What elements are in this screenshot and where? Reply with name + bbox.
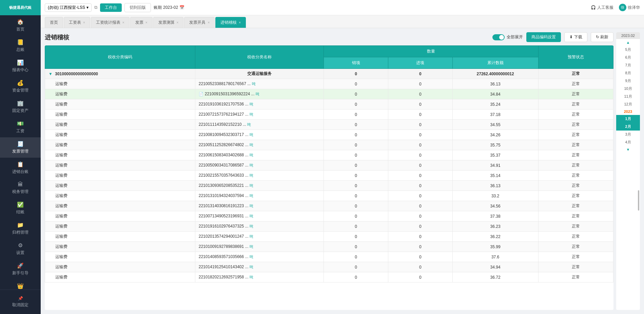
table-cell-sales: 0 xyxy=(324,99,388,110)
tab-close-icon[interactable]: × xyxy=(83,21,85,24)
tab-label: 发票 xyxy=(135,20,143,25)
sidebar-item-archive[interactable]: 📁 归档管理 xyxy=(0,218,41,239)
tab-label: 工资表 xyxy=(69,20,81,25)
sidebar-item-label: 税务管理 xyxy=(12,189,28,195)
calendar-month-9[interactable]: 9月 xyxy=(616,77,640,85)
calendar-down-arrow[interactable]: ▼ xyxy=(616,146,640,153)
table-cell-invoice: 2210111143592152210 ... 吨 xyxy=(195,120,324,130)
sidebar-item-capital[interactable]: 💰 资金管理 xyxy=(0,76,41,97)
user-menu[interactable]: 徐 徐泽华 xyxy=(619,4,640,11)
sidebar-item-label: 资金管理 xyxy=(12,87,28,93)
table-cell-purchase: 0 xyxy=(388,79,452,89)
tab-invoice-open[interactable]: 发票开具 × xyxy=(184,17,215,28)
tab-label: 发票测算 xyxy=(158,20,175,25)
tab-close-icon[interactable]: × xyxy=(177,21,179,24)
tab-invoice-calc[interactable]: 发票测算 × xyxy=(153,17,184,28)
table-cell-sales: 0 xyxy=(324,272,388,282)
sidebar-item-label: 报表中心 xyxy=(12,67,28,73)
table-row: 运输费 2210131019432403759​4 ... 吨 0 0 33.2… xyxy=(45,191,613,201)
sidebar-item-salary[interactable]: 💵 工资 xyxy=(0,117,41,137)
table-cell-name: 运输费 xyxy=(45,130,195,140)
table-cell-status: 正常 xyxy=(538,140,613,150)
calendar-month-3[interactable]: 3月 xyxy=(616,131,640,138)
col-purchase: 进项 xyxy=(388,57,452,69)
tab-close-icon[interactable]: × xyxy=(122,21,124,24)
calendar-month-4[interactable]: 4月 xyxy=(616,138,640,146)
tab-close-icon[interactable]: × xyxy=(239,21,241,24)
sidebar-item-guide[interactable]: 🚀 新手引导 xyxy=(0,259,41,279)
table-cell-invoice: 2210131019432403759​4 ... 吨 xyxy=(195,191,324,201)
refresh-button[interactable]: ↻ 刷新 xyxy=(591,32,613,42)
sidebar-item-member[interactable]: 👑 畅会员 xyxy=(0,279,41,290)
scrollbar-thumb[interactable] xyxy=(638,190,639,211)
tab-salary[interactable]: 工资表 × xyxy=(64,17,90,28)
calendar-month-2[interactable]: 2月 xyxy=(616,123,640,131)
table-cell-cumulative: 36.22 xyxy=(452,232,538,242)
table-row: 运输费 2210131403081619122​3 ... 吨 0 0 34.5… xyxy=(45,201,613,211)
toggle-switch[interactable] xyxy=(492,34,505,40)
sidebar-item-settle[interactable]: ✅ 结账 xyxy=(0,198,41,218)
product-code-settings-button[interactable]: 商品编码设置 xyxy=(526,32,561,42)
sidebar-item-intax[interactable]: 📋 进销台账 xyxy=(0,158,41,178)
table-cell-purchase: 0 xyxy=(388,252,452,262)
calendar-month-8[interactable]: 8月 xyxy=(616,69,640,77)
sidebar-item-settings[interactable]: ⚙ 设置 xyxy=(0,239,41,259)
calendar-month-10[interactable]: 10月 xyxy=(616,85,640,93)
workbench-button[interactable]: 工作台 xyxy=(100,3,122,12)
calendar-month-5[interactable]: 5月 xyxy=(616,46,640,54)
table-cell-invoice: 2210081009453230371​7 ... 吨 xyxy=(195,130,324,140)
table-cell-status: 正常 xyxy=(538,272,613,282)
settle-icon: ✅ xyxy=(17,201,24,208)
calendar-month-11[interactable]: 11月 xyxy=(616,93,640,100)
calendar-icon[interactable]: 📅 xyxy=(179,5,184,10)
table-cell-invoice: 2210182021269257195​8 ... 吨 xyxy=(195,272,324,282)
tab-invoice[interactable]: 发票 × xyxy=(130,17,153,28)
download-button[interactable]: ⬇ 下载 xyxy=(564,32,587,42)
calendar-year-current[interactable]: 2023 xyxy=(616,108,640,115)
sidebar-item-label: 发票管理 xyxy=(12,149,28,154)
salary-icon: 💵 xyxy=(17,120,24,127)
sidebar-item-ledger[interactable]: 📒 总账 xyxy=(0,36,41,56)
sidebar-item-invoice[interactable]: 🧾 发票管理 xyxy=(0,137,41,158)
table-cell-invoice: 2210052338817801765​67 ... 吨 xyxy=(195,79,324,89)
tab-label: 工资统计报表 xyxy=(96,20,120,25)
copy-icon[interactable]: ⧉ xyxy=(94,5,97,10)
period-display: 账期 2023-02 📅 xyxy=(154,5,184,11)
sidebar-nav: 🏠 首页 📒 总账 📊 报表中心 💰 资金管理 🏢 固定资产 💵 工资 🧾 发票… xyxy=(0,15,41,290)
tab-purchase-sales[interactable]: 进销稽核 × xyxy=(215,17,246,28)
table-cell-status: 正常 xyxy=(538,181,613,191)
expand-toggle[interactable]: 全部展开 xyxy=(492,34,523,40)
calendar-month-6[interactable]: 6月 xyxy=(616,54,640,61)
table-cell-purchase: 0 xyxy=(388,150,452,160)
archive-icon: 📁 xyxy=(17,222,24,228)
sidebar-item-home[interactable]: 🏠 首页 xyxy=(0,15,41,36)
tab-close-icon[interactable]: × xyxy=(145,21,148,24)
unpin-button[interactable]: 📌 取消固定 xyxy=(0,293,41,311)
tab-salary-report[interactable]: 工资统计报表 × xyxy=(91,17,130,28)
table-cell-cumulative: 37.18 xyxy=(452,110,538,120)
tab-close-icon[interactable]: × xyxy=(208,21,210,24)
table-cell-purchase: 0 xyxy=(388,89,452,99)
table-cell-status: 正常 xyxy=(538,69,613,79)
calendar-month-7[interactable]: 7月 xyxy=(616,61,640,69)
sidebar-item-tax[interactable]: 🏛 税务管理 xyxy=(0,178,41,198)
table-cell-status: 正常 xyxy=(538,221,613,232)
calendar-year-prev[interactable]: 2023.02 xyxy=(616,32,640,39)
calendar-month-1[interactable]: 1月 xyxy=(616,115,640,123)
calendar-up-arrow[interactable]: ▲ xyxy=(616,39,640,46)
table-cell-code: ▼ 3010000000000000000 xyxy=(45,69,195,79)
company-selector[interactable]: (勿动) 江西报室-LSS ▾ xyxy=(45,3,92,12)
company-name: (勿动) 江西报室-LSS xyxy=(48,5,85,11)
table-cell-cumulative: 34.55 xyxy=(452,120,538,130)
tab-home[interactable]: 首页 xyxy=(45,17,63,28)
sidebar-item-asset[interactable]: 🏢 固定资产 xyxy=(0,97,41,117)
invoice-icon: 🧾 xyxy=(17,141,24,147)
table-cell-sales: 0 xyxy=(324,160,388,171)
support-button[interactable]: 🎧 人工客服 xyxy=(591,5,613,11)
sidebar-item-report[interactable]: 📊 报表中心 xyxy=(0,56,41,76)
table-cell-cumulative: 36.23 xyxy=(452,221,538,232)
table-row: 运输费 📄2210091503139659222​4 ... 吨 0 0 34.… xyxy=(45,89,613,99)
table-cell-name: 运输费 xyxy=(45,171,195,181)
calendar-month-12[interactable]: 12月 xyxy=(616,100,640,108)
switch-version-button[interactable]: 切到旧版 xyxy=(124,3,151,12)
